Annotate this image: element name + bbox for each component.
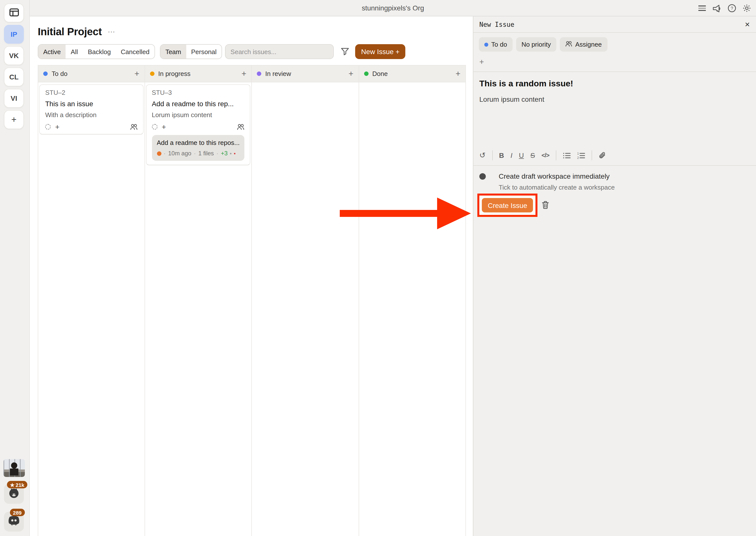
layout-toggle-button[interactable] [4, 4, 24, 22]
sidebar-item-workspace-vi[interactable]: VI [4, 89, 24, 108]
column-in-progress: In progress + STU–3 Add a readme to this… [145, 65, 252, 536]
discord-member-count: 289 [13, 510, 21, 516]
toggle-circle-icon[interactable] [479, 173, 486, 180]
filter-tab-backlog[interactable]: Backlog [83, 45, 116, 58]
sidebar-item-workspace-vk[interactable]: VK [4, 46, 24, 65]
column-done: Done + [359, 65, 466, 536]
issue-title-input[interactable]: This is a random issue! [479, 79, 750, 89]
issue-id: STU–3 [152, 89, 244, 96]
issue-card-stu-2[interactable]: STU–2 This is an issue With a descriptio… [39, 84, 143, 135]
add-issue-icon[interactable]: + [134, 70, 139, 78]
assignee-chip[interactable]: Assignee [560, 37, 607, 51]
people-icon [565, 41, 572, 48]
filter-tab-cancelled[interactable]: Cancelled [116, 45, 155, 58]
issue-card-stu-3[interactable]: STU–3 Add a readme to this rep... Lorum … [146, 84, 250, 165]
filter-tab-team[interactable]: Team [161, 45, 186, 58]
github-stars-badge: ★ 21k [7, 481, 27, 488]
workspace-status-icon[interactable] [152, 124, 157, 129]
status-dot [364, 72, 368, 76]
status-dot [43, 72, 48, 76]
app-window: IP VK CL VI + ★ 21k [0, 0, 756, 536]
menu-icon[interactable] [699, 6, 706, 11]
project-board: Initial Project ⋯ Active All Backlog Can… [30, 17, 473, 536]
new-issue-panel: New Issue ✕ To do No priority [473, 17, 756, 536]
add-workspace-button[interactable]: + [4, 110, 24, 129]
workspace-files: 1 files [198, 150, 214, 157]
new-issue-button[interactable]: New Issue + [355, 44, 406, 59]
filter-tab-personal[interactable]: Personal [186, 45, 222, 58]
layout-panel-icon [9, 8, 18, 17]
issue-body-input[interactable]: Lorum ipsum content [479, 95, 750, 103]
workspace-card[interactable]: Add a readme to this repos... · 10m ago … [152, 135, 244, 161]
workspace-initials: IP [11, 30, 17, 38]
search-input[interactable] [225, 44, 334, 59]
topbar-actions: ? [699, 0, 751, 17]
toolbar-divider [492, 151, 492, 160]
create-issue-row: Create Issue [477, 193, 756, 217]
workspace-initials: VI [11, 94, 17, 102]
add-label-icon[interactable]: + [55, 124, 59, 129]
discord-count-badge: 289 [10, 509, 24, 516]
project-menu-ellipsis-icon[interactable]: ⋯ [108, 27, 116, 36]
issue-title: Add a readme to this rep... [152, 100, 244, 108]
attachment-paperclip-icon[interactable] [598, 151, 606, 159]
italic-icon[interactable]: I [510, 151, 512, 159]
scope-filter-group: Team Personal [160, 44, 222, 59]
undo-icon[interactable]: ↺ [479, 151, 486, 160]
assignee-people-icon[interactable] [237, 123, 244, 130]
column-header: To do + [38, 65, 144, 83]
column-header: In review + [252, 65, 358, 83]
close-icon[interactable]: ✕ [744, 20, 750, 28]
settings-gear-icon[interactable] [742, 4, 751, 13]
svg-text:2: 2 [577, 156, 579, 158]
add-property-icon[interactable]: + [479, 57, 484, 66]
separator-dot: · [194, 150, 196, 157]
filter-tab-active[interactable]: Active [38, 45, 66, 58]
annotation-highlight-box: Create Issue [477, 193, 538, 217]
announcements-megaphone-icon[interactable] [712, 4, 721, 12]
draft-workspace-toggle-row: Create draft workspace immediately [479, 172, 750, 180]
create-issue-button[interactable]: Create Issue [482, 198, 533, 213]
filter-tab-all[interactable]: All [66, 45, 83, 58]
toolbar-divider [592, 151, 592, 160]
priority-chip[interactable]: No priority [516, 37, 557, 51]
add-issue-icon[interactable]: + [348, 70, 353, 78]
column-in-review: In review + [252, 65, 359, 536]
add-issue-icon[interactable]: + [241, 70, 246, 78]
workspace-status-icon[interactable] [45, 124, 51, 129]
toolbar-divider [556, 151, 556, 160]
svg-text:1: 1 [577, 152, 579, 155]
numbered-list-icon[interactable]: 1 2 [577, 152, 585, 158]
status-chip[interactable]: To do [479, 37, 513, 51]
board-controls: Active All Backlog Cancelled Team Person… [38, 44, 465, 59]
column-name: Done [372, 70, 388, 78]
filter-funnel-icon[interactable] [341, 48, 349, 55]
assignee-people-icon[interactable] [130, 123, 137, 130]
sidebar-item-workspace-cl[interactable]: CL [4, 68, 24, 86]
bold-icon[interactable]: B [499, 151, 504, 159]
user-photo[interactable] [4, 459, 25, 477]
code-icon[interactable]: </> [541, 152, 549, 159]
help-icon[interactable]: ? [728, 4, 736, 13]
trash-icon[interactable] [542, 201, 549, 209]
status-dot [150, 72, 154, 76]
workspace-sidebar: IP VK CL VI + ★ 21k [0, 0, 30, 536]
workspace-initials: VK [9, 51, 19, 59]
chip-label: To do [491, 41, 507, 48]
editor-toolbar: ↺ B I U S </> 1 2 [479, 151, 750, 160]
toggle-label: Create draft workspace immediately [499, 172, 610, 180]
issue-description: With a description [45, 111, 137, 118]
status-dot [484, 43, 488, 47]
add-label-icon[interactable]: + [162, 124, 166, 129]
underline-icon[interactable]: U [519, 151, 524, 159]
add-issue-icon[interactable]: + [455, 70, 460, 78]
kanban-columns: To do + STU–2 This is an issue With a de… [38, 65, 466, 536]
column-name: To do [52, 70, 68, 78]
bullet-list-icon[interactable] [563, 152, 571, 158]
strikethrough-icon[interactable]: S [530, 151, 535, 159]
column-name: In review [265, 70, 291, 78]
divider [473, 72, 756, 72]
card-footer: + [152, 123, 244, 130]
workspace-title: Add a readme to this repos... [157, 139, 239, 147]
sidebar-item-workspace-ip[interactable]: IP [4, 25, 24, 44]
